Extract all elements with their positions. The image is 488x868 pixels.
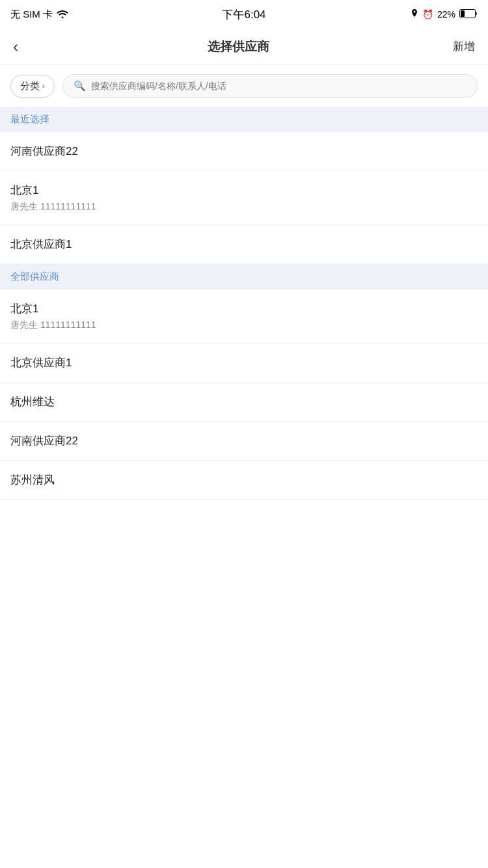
list-item[interactable]: 北京1唐先生 11111111111: [0, 171, 488, 225]
item-sub: 唐先生 11111111111: [10, 201, 478, 213]
content-area: 最近选择河南供应商22北京1唐先生 11111111111北京供应商1全部供应商…: [0, 107, 488, 500]
list-item[interactable]: 河南供应商22: [0, 132, 488, 171]
svg-rect-1: [461, 10, 465, 17]
location-icon: [411, 9, 418, 20]
category-label: 分类: [20, 80, 40, 92]
add-button[interactable]: 新增: [453, 39, 475, 54]
search-input[interactable]: [91, 81, 467, 91]
status-bar: 无 SIM 卡 下午6:04 ⏰ 22%: [0, 0, 488, 29]
list-item[interactable]: 北京供应商1: [0, 225, 488, 264]
list-item[interactable]: 河南供应商22: [0, 422, 488, 461]
status-right: ⏰ 22%: [411, 9, 478, 20]
chevron-right-icon: ›: [42, 81, 45, 90]
battery-percent: 22%: [437, 9, 455, 20]
search-box[interactable]: 🔍: [62, 74, 478, 98]
item-name: 苏州清风: [10, 472, 478, 487]
battery-icon: [459, 9, 478, 20]
item-name: 河南供应商22: [10, 144, 478, 159]
back-button[interactable]: ‹: [13, 35, 23, 59]
list-item[interactable]: 苏州清风: [0, 461, 488, 500]
list-item[interactable]: 杭州维达: [0, 383, 488, 422]
filter-bar: 分类 › 🔍: [0, 65, 488, 107]
status-time: 下午6:04: [222, 7, 265, 22]
item-name: 北京供应商1: [10, 355, 478, 370]
status-left: 无 SIM 卡: [10, 8, 68, 21]
item-sub: 唐先生 11111111111: [10, 319, 478, 331]
item-name: 北京1: [10, 301, 478, 316]
search-icon: 🔍: [74, 80, 86, 92]
list-item[interactable]: 北京1唐先生 11111111111: [0, 290, 488, 344]
item-name: 杭州维达: [10, 394, 478, 409]
wifi-icon: [57, 9, 68, 20]
item-name: 北京供应商1: [10, 237, 478, 252]
nav-bar: ‹ 选择供应商 新增: [0, 29, 488, 65]
item-name: 河南供应商22: [10, 433, 478, 448]
sim-label: 无 SIM 卡: [10, 8, 53, 21]
list-item[interactable]: 北京供应商1: [0, 344, 488, 383]
section-header-all: 全部供应商: [0, 264, 488, 290]
section-header-recent: 最近选择: [0, 107, 488, 132]
alarm-icon: ⏰: [422, 9, 433, 20]
category-button[interactable]: 分类 ›: [10, 75, 55, 98]
page-title: 选择供应商: [208, 38, 269, 55]
item-name: 北京1: [10, 183, 478, 198]
